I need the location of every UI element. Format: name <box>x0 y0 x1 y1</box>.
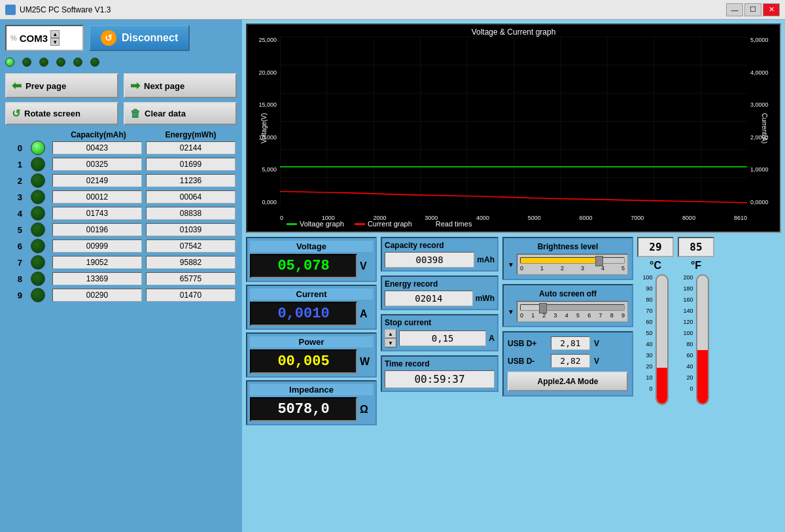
usb-dminus-value: 2,82 <box>551 354 590 368</box>
com-port-value: COM3 <box>20 33 48 44</box>
time-record-row: 00:59:37 <box>385 370 495 388</box>
row-num-7: 7 <box>5 258 25 268</box>
led-5 <box>90 58 99 67</box>
table-row: 81336965775 <box>5 272 237 286</box>
led-indicator-3 <box>31 190 45 204</box>
temperature-section: 29 °C 1009080706050403020100 85 °F <box>637 237 714 528</box>
com-up-arrow[interactable]: ▲ <box>50 30 60 38</box>
auto-off-thumb[interactable] <box>539 303 547 313</box>
row-cap-1: 00325 <box>52 158 142 171</box>
table-row: 20214911236 <box>5 173 237 188</box>
records-section: Capacity record 00398 mAh Energy record … <box>381 237 498 528</box>
celsius-block: 29 °C 1009080706050403020100 <box>637 237 674 405</box>
brightness-slider-thumb[interactable] <box>595 256 603 266</box>
apple-mode-button[interactable]: Apple2.4A Mode <box>508 372 628 391</box>
row-ene-5: 01039 <box>146 223 236 236</box>
legend-voltage-color <box>287 223 297 225</box>
stop-current-label: Stop current <box>385 318 495 327</box>
clear-icon: 🗑 <box>130 108 141 120</box>
led-indicator-4 <box>31 206 45 221</box>
impedance-block: Impedance 5078,0 Ω <box>246 380 377 425</box>
row-ene-9: 01470 <box>146 289 236 302</box>
auto-off-track[interactable] <box>520 304 625 311</box>
minimize-button[interactable]: — <box>726 3 743 16</box>
row-cap-4: 01743 <box>52 207 142 220</box>
led-indicator-6 <box>31 239 45 253</box>
settings-section: Brightness level ▼ 012345 <box>502 237 633 528</box>
brightness-title: Brightness level <box>508 242 628 251</box>
row-num-4: 4 <box>5 209 25 219</box>
close-button[interactable]: ✕ <box>763 3 780 16</box>
row-num-0: 0 <box>5 143 25 153</box>
stop-current-value: 0,15 <box>399 330 486 346</box>
stop-up-btn[interactable]: ▲ <box>385 329 396 338</box>
stop-current-block: Stop current ▲ ▼ 0,15 A <box>381 314 498 351</box>
usb-dplus-row: USB D+ 2,81 V <box>508 336 628 350</box>
stop-down-btn[interactable]: ▼ <box>385 338 396 347</box>
impedance-value-row: 5078,0 Ω <box>250 397 373 421</box>
row-led-0 <box>26 141 50 155</box>
led-row <box>5 55 237 69</box>
voltage-unit: V <box>360 260 373 272</box>
power-label: Power <box>250 336 373 347</box>
celsius-thermometer <box>655 274 669 405</box>
auto-off-row: ▼ 0123456789 <box>508 301 628 322</box>
row-num-1: 1 <box>5 160 25 169</box>
led-indicator-9 <box>31 288 45 302</box>
led-indicator-5 <box>31 222 45 237</box>
com-port-spinner[interactable]: ▲ ▼ <box>50 30 60 46</box>
power-unit: W <box>360 356 373 368</box>
chart-x-label: Read times <box>436 220 472 228</box>
disconnect-label: Disconnect <box>122 32 178 44</box>
energy-record-value: 02014 <box>385 291 473 306</box>
com-down-arrow[interactable]: ▼ <box>50 38 60 46</box>
prev-page-label: Prev page <box>26 81 66 91</box>
data-table: Capacity(mAh) Energy(mWh) 00042302144100… <box>5 129 237 527</box>
title-bar: UM25C PC Software V1.3 — ☐ ✕ <box>0 0 785 20</box>
energy-record-label: Energy record <box>385 279 495 289</box>
row-cap-0: 00423 <box>52 141 142 154</box>
prev-arrow-icon: ⬅ <box>12 79 22 93</box>
power-value: 00,005 <box>277 353 329 370</box>
next-arrow-icon: ➡ <box>130 79 140 93</box>
com-icon: % <box>10 34 17 42</box>
current-block: Current 0,0010 A <box>246 285 377 330</box>
led-2 <box>39 58 48 67</box>
prev-page-button[interactable]: ⬅ Prev page <box>5 73 118 98</box>
impedance-label: Impedance <box>250 384 373 395</box>
row-num-5: 5 <box>5 225 25 235</box>
table-header: Capacity(mAh) Energy(mWh) <box>5 129 237 141</box>
row-led-8 <box>26 272 50 286</box>
impedance-display: 5078,0 <box>250 397 357 421</box>
row-ene-1: 01699 <box>146 158 236 171</box>
chart-svg <box>280 37 747 205</box>
measurement-section: Voltage 05,078 V Current 0,0010 <box>246 237 377 528</box>
legend-current-color <box>355 223 365 225</box>
rotate-screen-button[interactable]: ↺ Rotate screen <box>5 102 118 125</box>
usb-dminus-label: USB D- <box>508 357 547 366</box>
capacity-record-row: 00398 mAh <box>385 252 495 268</box>
celsius-scale: 1009080706050403020100 <box>642 274 654 392</box>
brightness-slider-labels: 012345 <box>520 265 625 272</box>
next-page-button[interactable]: ➡ Next page <box>124 73 237 98</box>
auto-screen-off-block: Auto screen off ▼ 0123456789 <box>502 284 633 327</box>
action-row: ↺ Rotate screen 🗑 Clear data <box>5 102 237 125</box>
stop-current-spinner[interactable]: ▲ ▼ <box>385 329 396 347</box>
brightness-slider-track[interactable] <box>520 257 625 264</box>
usb-dplus-unit: V <box>594 339 599 348</box>
right-panel: Voltage & Current graph Voltage(V) Curre… <box>242 20 785 532</box>
voltage-value: 05,078 <box>277 258 329 274</box>
clear-label: Clear data <box>145 109 186 118</box>
table-row: 71905295882 <box>5 255 237 270</box>
fahrenheit-scale: 200180160140120100806040200 <box>683 274 694 392</box>
row-led-4 <box>26 206 50 221</box>
maximize-button[interactable]: ☐ <box>744 3 761 16</box>
row-led-1 <box>26 157 50 171</box>
row-cap-7: 19052 <box>52 256 142 269</box>
auto-off-labels: 0123456789 <box>520 312 625 319</box>
clear-data-button[interactable]: 🗑 Clear data <box>124 102 237 125</box>
chart-container: Voltage & Current graph Voltage(V) Curre… <box>246 24 781 233</box>
led-indicator-1 <box>31 157 45 171</box>
led-0 <box>5 58 14 67</box>
disconnect-button[interactable]: ↺ Disconnect <box>89 25 190 51</box>
